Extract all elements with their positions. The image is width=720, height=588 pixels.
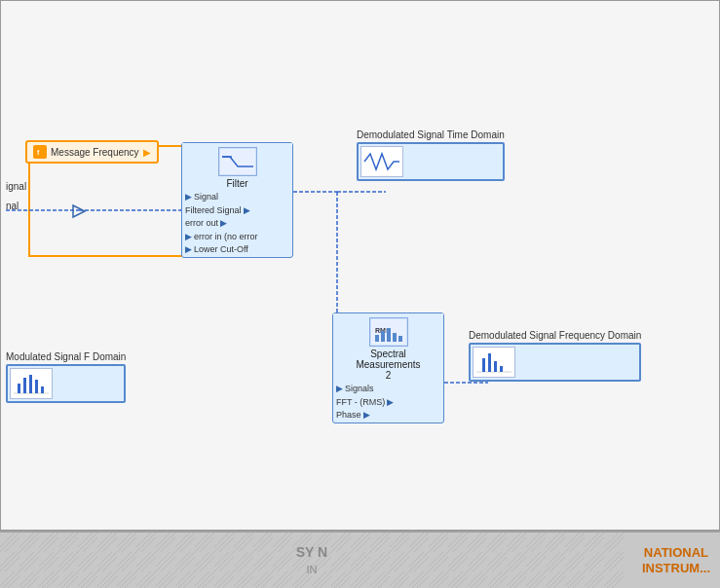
spectral-icon: RMS bbox=[369, 317, 408, 347]
demod-freq-waveform bbox=[473, 347, 515, 378]
demod-freq-container: Demodulated Signal Frequency Domain bbox=[469, 330, 641, 382]
main-canvas: ignal nal f Message Frequency ▶ bbox=[0, 0, 720, 531]
modulated-display-container: Modulated Signal F Domain bbox=[6, 351, 126, 403]
msg-freq-arrow: ▶ bbox=[143, 147, 151, 158]
ni-logo: NATIONAL INSTRUM... bbox=[642, 545, 710, 575]
svg-marker-14 bbox=[73, 205, 85, 217]
demod-time-container: Demodulated Signal Time Domain bbox=[357, 129, 505, 181]
bottom-bar: SY N IN NATIONAL INSTRUM... bbox=[0, 531, 720, 588]
signal-arrow bbox=[71, 203, 87, 221]
svg-rect-31 bbox=[35, 380, 38, 393]
svg-rect-21 bbox=[375, 335, 379, 342]
svg-rect-43 bbox=[0, 533, 624, 588]
demod-freq-label: Demodulated Signal Frequency Domain bbox=[469, 330, 641, 341]
spectral-block[interactable]: RMS SpectralMeasurements2 ▶Signals FFT -… bbox=[332, 312, 444, 423]
filter-block[interactable]: Filter ▶Signal Filtered Signal▶ error ou… bbox=[181, 142, 293, 258]
bottom-pattern: SY N IN bbox=[0, 533, 624, 588]
modulated-display[interactable] bbox=[6, 364, 126, 403]
signal-label-bottom: nal bbox=[6, 201, 19, 211]
svg-rect-24 bbox=[393, 333, 397, 342]
svg-text:SY N: SY N bbox=[296, 544, 327, 560]
demod-time-display[interactable] bbox=[357, 142, 505, 181]
svg-rect-28 bbox=[18, 384, 20, 393]
filter-waveform-svg bbox=[220, 149, 255, 174]
svg-rect-37 bbox=[488, 353, 491, 372]
svg-rect-22 bbox=[381, 331, 385, 342]
filter-icon bbox=[218, 147, 257, 176]
spectral-ports: ▶Signals FFT - (RMS)▶ Phase▶ bbox=[333, 383, 443, 423]
filter-title: Filter bbox=[182, 143, 292, 191]
svg-rect-36 bbox=[482, 358, 485, 372]
svg-rect-39 bbox=[500, 366, 503, 372]
svg-rect-17 bbox=[220, 149, 255, 174]
demod-time-label: Demodulated Signal Time Domain bbox=[357, 129, 505, 140]
svg-rect-2 bbox=[28, 255, 184, 257]
svg-rect-23 bbox=[387, 328, 391, 342]
svg-rect-32 bbox=[41, 386, 44, 393]
modulated-label: Modulated Signal F Domain bbox=[6, 351, 126, 362]
message-freq-icon: f bbox=[33, 145, 47, 159]
modulated-waveform bbox=[10, 368, 53, 399]
signal-label-top: ignal bbox=[6, 181, 26, 192]
spectral-title: RMS SpectralMeasurements2 bbox=[333, 313, 443, 383]
svg-text:IN: IN bbox=[307, 564, 318, 575]
svg-rect-25 bbox=[398, 336, 402, 342]
svg-rect-29 bbox=[23, 378, 26, 393]
demod-freq-display[interactable] bbox=[469, 343, 641, 382]
svg-rect-30 bbox=[29, 375, 32, 393]
filter-ports: ▶Signal Filtered Signal▶ error out▶ ▶err… bbox=[182, 191, 292, 257]
wires-overlay bbox=[1, 1, 720, 532]
svg-rect-38 bbox=[494, 361, 497, 372]
message-frequency-block[interactable]: f Message Frequency ▶ bbox=[25, 140, 159, 164]
demod-time-waveform bbox=[360, 146, 403, 177]
message-freq-label: Message Frequency bbox=[51, 147, 139, 158]
spectral-label: SpectralMeasurements2 bbox=[356, 349, 420, 381]
